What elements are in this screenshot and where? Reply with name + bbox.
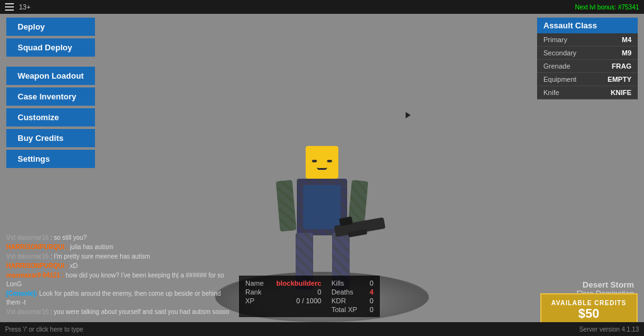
xp-key: XP <box>245 297 255 305</box>
char-mouth <box>317 167 327 170</box>
knife-value: KNIFE <box>611 89 631 96</box>
rank-badge: 13+ <box>19 3 31 11</box>
name-value: blockbuilderc <box>276 279 321 287</box>
chat-line: Vxt daxumar16 : I'm pretty sure meenee h… <box>6 252 233 261</box>
secondary-label: Secondary <box>543 49 577 57</box>
top-bar: 13+ Next lvl bonus: #75341 <box>0 0 644 14</box>
top-bar-left: 13+ <box>5 3 31 11</box>
rank-key: Rank <box>245 288 262 296</box>
knife-label: Knife <box>543 89 559 96</box>
chat-user: masmaxar9 64121 : <box>6 272 64 279</box>
chat-text: : you were talking about yourself and sa… <box>50 308 230 315</box>
kills-key: Kills <box>331 279 344 287</box>
bottom-bar: Press '/' or click here to type Server v… <box>0 322 644 336</box>
buy-credits-button[interactable]: Buy Credits <box>6 129 95 147</box>
grenade-label: Grenade <box>543 62 570 70</box>
chat-text: : so still you? <box>50 234 87 241</box>
weapon-loadout-button[interactable]: Weapon Loadout <box>6 67 95 85</box>
arm-left <box>276 180 297 232</box>
deaths-key: Deaths <box>331 288 353 296</box>
deaths-value: 4 <box>370 288 374 296</box>
kdr-value: 0 <box>370 297 374 305</box>
hamburger-icon[interactable] <box>5 3 14 11</box>
chat-text: xD <box>70 262 77 269</box>
loadout-secondary[interactable]: Secondary M9 <box>537 47 638 60</box>
stats-left: Name blockbuilderc Rank 0 XP 0 / 1000 <box>245 279 321 313</box>
secondary-value: M9 <box>622 49 631 57</box>
equipment-label: Equipment <box>543 76 577 83</box>
squad-deploy-button[interactable]: Squad Deploy <box>6 38 95 57</box>
press-hint[interactable]: Press '/' or click here to type <box>5 326 83 333</box>
kdr-row: KDR 0 <box>331 297 374 305</box>
chat-user: Vxt daxumar16 <box>6 253 48 260</box>
map-name: Desert Storm <box>577 280 634 289</box>
assault-class-panel: Assault Class Primary M4 Secondary M9 Gr… <box>537 18 638 99</box>
chat-user: [Console]: <box>6 290 37 297</box>
primary-label: Primary <box>543 36 567 43</box>
chat-line: HARRISONPURQUI : xD <box>6 262 233 271</box>
character-model <box>278 146 366 297</box>
primary-value: M4 <box>622 36 631 43</box>
settings-button[interactable]: Settings <box>6 150 95 168</box>
chat-line: Vxt daxumar16 : so still you? <box>6 233 233 242</box>
deaths-row: Deaths 4 <box>331 288 374 296</box>
stats-rank-row: Rank 0 <box>245 288 321 296</box>
chat-text: Look for paths around the enemy, then co… <box>6 290 221 306</box>
total-xp-row: Total XP 0 <box>331 306 374 313</box>
chat-line: [Console]: Look for paths around the ene… <box>6 289 233 307</box>
chat-line: Vxt daxumar16 : you were talking about y… <box>6 308 233 316</box>
equipment-value: EMPTY <box>608 76 631 83</box>
rank-value: 0 <box>318 288 321 296</box>
chat-area: Vxt daxumar16 : so still you? HARRISONPU… <box>6 233 233 317</box>
chat-line: masmaxar9 64121 : how did you know? I've… <box>6 271 233 289</box>
chat-user: HARRISONPURQUI : <box>6 244 68 250</box>
chat-line: HARRISONPURQUI : julia has autism <box>6 243 233 252</box>
kills-row: Kills 0 <box>331 279 374 287</box>
bonus-text: Next lvl bonus: #75341 <box>575 4 639 11</box>
total-xp-key: Total XP <box>331 306 357 313</box>
case-inventory-button[interactable]: Case Inventory <box>6 87 95 106</box>
loadout-grenade[interactable]: Grenade FRAG <box>537 60 638 73</box>
chat-text: julia has autism <box>70 244 113 250</box>
loadout-primary[interactable]: Primary M4 <box>537 33 638 47</box>
chat-text: : I'm pretty sure meenee has autism <box>50 253 150 260</box>
char-vest <box>303 185 341 229</box>
name-key: Name <box>245 279 264 287</box>
loadout-equipment[interactable]: Equipment EMPTY <box>537 73 638 86</box>
server-version: Server version 4.1.13 <box>579 326 639 333</box>
kills-value: 0 <box>370 279 374 287</box>
chat-user: Vxt daxumar16 <box>6 308 48 315</box>
assault-title: Assault Class <box>537 18 638 33</box>
stats-hud: Name blockbuilderc Rank 0 XP 0 / 1000 Ki… <box>239 276 380 317</box>
xp-value: 0 / 1000 <box>296 297 321 305</box>
kdr-key: KDR <box>331 297 346 305</box>
cursor-icon <box>406 112 411 118</box>
grenade-value: FRAG <box>612 62 631 70</box>
stats-name-row: Name blockbuilderc <box>245 279 321 287</box>
stats-xp-row: XP 0 / 1000 <box>245 297 321 305</box>
chat-user: HARRISONPURQUI : <box>6 262 68 269</box>
loadout-knife[interactable]: Knife KNIFE <box>537 86 638 99</box>
credits-label: AVAILABLE CREDITS <box>552 300 626 306</box>
char-head <box>306 146 338 179</box>
total-xp-value: 0 <box>370 306 374 313</box>
credits-amount: $50 <box>552 306 626 321</box>
chat-user: Vxt daxumar16 <box>6 234 48 241</box>
left-menu: Deploy Squad Deploy Weapon Loadout Case … <box>6 18 95 168</box>
stats-right: Kills 0 Deaths 4 KDR 0 Total XP 0 <box>331 279 374 313</box>
deploy-button[interactable]: Deploy <box>6 18 95 36</box>
customize-button[interactable]: Customize <box>6 108 95 126</box>
